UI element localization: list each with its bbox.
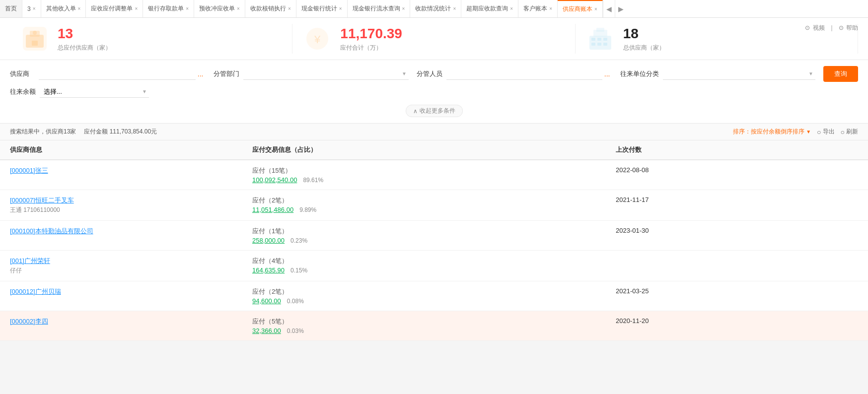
dept-select-wrapper: ▼ [243,68,409,80]
supplier-filter-input[interactable] [39,68,196,80]
svg-rect-12 [597,43,601,46]
filter-supplier: 供应商 ... [10,68,206,80]
nav-tab-ap-adjustment[interactable]: 应收应付调整单 × [86,0,143,18]
nav-next-arrow[interactable]: ▶ [615,0,627,18]
tx-amount-row: 32,366.000.03% [252,327,616,334]
video-label: 视频 [813,24,825,31]
last-pay-date: 2020-11-20 [616,317,649,325]
sort-text: 排序：按应付余额倒序排序 [733,128,804,135]
total-supplier-icon [585,24,615,54]
filter-category: 往来单位分类 ▼ [620,68,816,80]
nav-tab-payment-exec[interactable]: 收款核销执行 × [245,0,296,18]
tx-amount-row: 11,051,486.009.89% [252,206,616,213]
query-button[interactable]: 查询 [823,66,858,82]
close-tab-cash-bank-stat[interactable]: × [339,6,342,11]
close-tab-prepay-offset[interactable]: × [237,6,240,11]
nav-tab-prepay-offset[interactable]: 预收冲应收单 × [194,0,245,18]
tx-percent: 0.23% [290,237,307,244]
results-amount-text: 应付金额 111,703,854.00元 [84,128,157,136]
close-tab-ap-adjustment[interactable]: × [135,6,138,11]
nav-tab-3[interactable]: 3 × [22,0,41,18]
sort-label[interactable]: 排序：按应付余额倒序排序 ▼ [733,128,811,136]
table-row: [000007]恒旺二手叉车王通 17106110000应付（2笔）11,051… [0,190,868,221]
tx-amount-link[interactable]: 11,051,486.00 [252,206,293,213]
close-tab-supplier-account[interactable]: × [594,6,597,12]
table-row: [000001]张三应付（15笔）100,092,540.0089.61%202… [0,160,868,190]
balance-select-wrapper: 选择... ▼ [40,86,149,98]
nav-tab-bank-deposit-label: 银行存取款单 [148,4,184,13]
ap-total-info: 11,170.39 应付合计（万） [340,25,402,53]
filter-balance: 往来余额 选择... ▼ [10,86,149,98]
supplier-link[interactable]: [000001]张三 [10,167,48,174]
nav-tab-payment-stat[interactable]: 收款情况统计 × [410,0,461,18]
top-navigation: 首页 3 × 其他收入单 × 应收应付调整单 × 银行存取款单 × 预收冲应收单… [0,0,868,18]
refresh-btn[interactable]: ○ 刷新 [841,128,858,136]
supplier-link[interactable]: [000002]李四 [10,318,48,325]
close-tab-payment-stat[interactable]: × [453,6,456,11]
nav-tab-supplier-account[interactable]: 供应商账本 × [558,0,603,18]
close-tab-3[interactable]: × [33,6,36,11]
supplier-link[interactable]: [000012]广州贝瑞 [10,288,61,295]
nav-tab-cash-bank-flow[interactable]: 现金银行流水查询 × [348,0,411,18]
svg-point-4 [33,31,37,35]
tx-label: 应付（4笔） [252,257,616,265]
supplier-link[interactable]: [001]广州荣轩 [10,257,50,264]
video-link[interactable]: ⊙ 视频 [805,24,824,32]
nav-tab-3-label: 3 [27,5,31,12]
close-tab-payment-exec[interactable]: × [288,6,291,11]
supplier-sub-info: 王通 17106110000 [10,206,252,214]
close-tab-overdue-query[interactable]: × [510,6,513,11]
dept-select[interactable] [243,68,402,79]
collapse-bar: ∧ 收起更多条件 [10,102,858,119]
category-filter-label: 往来单位分类 [620,69,659,78]
nav-prev-arrow[interactable]: ◀ [603,0,615,18]
summary-card-ap-suppliers: 13 总应付供应商（家） [10,24,292,54]
supplier-link[interactable]: [000100]本特勤油品有限公司 [10,227,93,235]
supplier-info-cell: [001]广州荣轩仔仔 [10,257,252,275]
tx-amount-link[interactable]: 32,366.00 [252,327,281,334]
collapse-button[interactable]: ∧ 收起更多条件 [406,105,463,117]
person-ellipsis-btn[interactable]: ... [602,70,612,78]
balance-select[interactable]: 选择... [40,86,142,97]
supplier-sub-info: 仔仔 [10,266,252,275]
export-btn[interactable]: ○ 导出 [817,128,834,136]
tx-percent: 9.89% [299,206,316,213]
nav-tab-overdue-query[interactable]: 超期应收款查询 × [461,0,518,18]
last-pay-cell: 2023-01-30 [616,227,858,234]
export-label: 导出 [823,128,835,136]
dept-dropdown-arrow: ▼ [402,71,409,76]
transaction-info-cell: 应付（1笔）258,000.000.23% [252,227,616,244]
last-pay-cell: 2020-11-20 [616,317,858,325]
close-tab-cash-bank-flow[interactable]: × [402,6,405,11]
supplier-link[interactable]: [000007]恒旺二手叉车 [10,197,74,204]
help-link[interactable]: ⊙ 帮助 [839,24,858,32]
balance-filter-label: 往来余额 [10,87,36,96]
last-pay-cell: 2021-11-17 [616,196,858,203]
nav-tab-customer-account[interactable]: 客户账本 × [518,0,558,18]
filter-row-2: 往来余额 选择... ▼ [10,86,858,98]
col-header-transaction: 应付交易信息（占比） [252,145,616,154]
close-tab-other-income[interactable]: × [78,6,81,11]
tx-amount-link[interactable]: 258,000.00 [252,237,285,244]
supplier-ellipsis-btn[interactable]: ... [196,70,206,78]
table-body: [000001]张三应付（15笔）100,092,540.0089.61%202… [0,160,868,341]
supplier-info-cell: [000012]广州贝瑞 [10,287,252,296]
category-dropdown-arrow: ▼ [808,71,815,76]
nav-tab-other-income[interactable]: 其他收入单 × [41,0,86,18]
nav-tab-bank-deposit[interactable]: 银行存取款单 × [143,0,194,18]
svg-text:¥: ¥ [314,33,321,46]
nav-tab-other-income-label: 其他收入单 [46,4,76,13]
tx-amount-link[interactable]: 94,600.00 [252,297,281,305]
svg-rect-15 [596,28,604,32]
close-tab-customer-account[interactable]: × [549,6,552,11]
nav-tab-home[interactable]: 首页 [0,0,22,18]
tx-amount-link[interactable]: 100,092,540.00 [252,176,297,184]
close-tab-bank-deposit[interactable]: × [186,6,189,11]
ap-supplier-number: 13 [58,25,111,42]
person-filter-input[interactable] [446,68,602,80]
category-select[interactable] [663,68,809,79]
person-filter-label: 分管人员 [417,69,442,78]
tx-amount-row: 258,000.000.23% [252,237,616,244]
nav-tab-cash-bank-stat[interactable]: 现金银行统计 × [296,0,348,18]
tx-amount-link[interactable]: 164,635.90 [252,266,285,274]
